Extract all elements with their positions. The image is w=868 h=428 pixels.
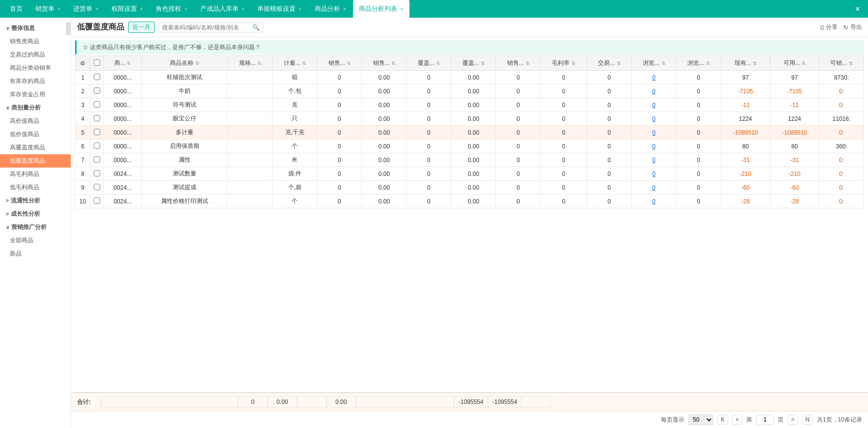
prev-page-btn[interactable]: < (732, 415, 742, 425)
col-unit[interactable]: 计量... ⇅ (272, 56, 317, 71)
col-gross-rate[interactable]: 毛利率 ⇅ (541, 56, 587, 71)
nav-home[interactable]: 首页 (4, 0, 28, 18)
nav-permission-close[interactable]: × (140, 6, 143, 12)
total-info: 共1页，10条记录 (817, 416, 862, 424)
per-page-select[interactable]: 50 100 200 (688, 414, 713, 425)
table-row: 30000...符号测试克00.0000.0000000-11-110: (76, 98, 864, 112)
nav-analysis-list-close[interactable]: × (400, 6, 403, 12)
top-navigation: 首页 销货单 × 进货单 × 权限设置 × 角色授权 × 产成品入库单 × 单据… (0, 0, 868, 18)
share-icon: ⎙ (820, 24, 824, 31)
nav-sales[interactable]: 销货单 × (29, 0, 66, 18)
sidebar-item-high-value[interactable]: 高价值商品 (0, 114, 71, 128)
footer-current: -1095554 (454, 396, 488, 408)
col-sellable[interactable]: 可销... ⇅ (819, 56, 864, 71)
col-sales-qty[interactable]: 销售... ⇅ (317, 56, 362, 71)
nav-purchase[interactable]: 进货单 × (67, 0, 104, 18)
nav-template[interactable]: 单据模板设置 × (251, 0, 307, 18)
sidebar-item-sales-products[interactable]: 销售类商品 (0, 35, 71, 48)
col-code[interactable]: 商... ⇅ (104, 56, 142, 71)
col-checkbox[interactable] (90, 56, 104, 71)
table-row: 90024...测试提成个,袋00.0000.0000000-60-600: (76, 181, 864, 195)
sidebar-item-high-profit[interactable]: 高毛利商品 (0, 168, 71, 181)
footer-sales-amt: 0.00 (268, 396, 297, 408)
sidebar-item-low-value[interactable]: 低价值商品 (0, 128, 71, 141)
footer-label: 合计: (77, 398, 97, 406)
table-row: 80024...测试数量袋,件00.0000.0000000-210-2100: (76, 167, 864, 181)
share-btn[interactable]: ⎙ 分享 (820, 23, 838, 31)
table-row: 20000...牛奶个,包00.0000.0000000-7105-71050: (76, 85, 864, 98)
nav-product-analysis[interactable]: 商品分析 × (309, 0, 352, 18)
data-table: ⚙ 商... ⇅ 商品名称 ⇅ 规格... ⇅ 计量... ⇅ 销售... ⇅ … (75, 56, 864, 208)
col-browse1[interactable]: 浏览... ⇅ (631, 56, 676, 71)
arrow-icon-3: > (6, 198, 9, 203)
sidebar-group-marketing[interactable]: ∨ 营销推广分析 (0, 221, 71, 234)
page-title: 低覆盖度商品 (77, 22, 124, 32)
table-body: 10000...旺辅批次测试箱00.0000.000000097978730:2… (76, 71, 864, 208)
sidebar-item-low-coverage[interactable]: 低覆盖度商品 (0, 154, 71, 168)
sidebar-item-new-products[interactable]: 新品 (0, 247, 71, 260)
page-unit: 页 (778, 416, 784, 424)
nav-purchase-close[interactable]: × (95, 6, 98, 12)
col-name[interactable]: 商品名称 ⇅ (141, 56, 228, 71)
col-sales-amt[interactable]: 销售... ⇅ (362, 56, 407, 71)
arrow-icon-4: > (6, 211, 9, 217)
nav-close-all[interactable]: × (851, 4, 864, 14)
sidebar-group-overall[interactable]: ∨ 整体信息 (0, 22, 71, 35)
content-header: 低覆盖度商品 近一月 🔍 ⎙ 分享 ↻ 导出 (71, 18, 868, 37)
nav-analysis-close[interactable]: × (343, 6, 346, 12)
sidebar-group-circulation[interactable]: > 流通性分析 (0, 194, 71, 207)
col-trade[interactable]: 交易... ⇅ (587, 56, 631, 71)
export-btn[interactable]: ↻ 导出 (843, 23, 862, 31)
sidebar-item-in-stock[interactable]: 有库存的商品 (0, 75, 71, 88)
footer-spacer (356, 396, 454, 408)
search-icon[interactable]: 🔍 (252, 24, 260, 31)
table-row: 40000...眼宝公仔只00.0000.0000000122412241101… (76, 112, 864, 126)
table-row: 60000...启用保质期个00.0000.00000008080360: (76, 140, 864, 153)
footer-cells: 0 0.00 0.00 -1095554 -1095554 (101, 396, 862, 408)
nav-role[interactable]: 角色授权 × (150, 0, 193, 18)
content-area: 低覆盖度商品 近一月 🔍 ⎙ 分享 ↻ 导出 ☆ 这类商品只有很少客户购买过，是… (71, 18, 868, 428)
col-settings[interactable]: ⚙ (76, 56, 90, 71)
search-box[interactable]: 🔍 (159, 23, 263, 32)
search-input[interactable] (162, 24, 250, 31)
nav-analysis-list[interactable]: 商品分析列表 × (353, 0, 409, 18)
footer-sales-qty (101, 396, 238, 408)
export-icon: ↻ (843, 24, 848, 31)
col-avail-stock[interactable]: 可用... ⇅ (770, 56, 819, 71)
pagination-bar: 每页显示 50 100 200 K < 第 页 > N 共1页，10条记录 (71, 411, 868, 428)
nav-product-in[interactable]: 产成品入库单 × (194, 0, 250, 18)
col-cov1[interactable]: 覆盖... ⇅ (407, 56, 451, 71)
footer-sellable (521, 396, 551, 408)
page-label: 第 (746, 416, 752, 424)
sidebar-item-traded-products[interactable]: 交易过的商品 (0, 48, 71, 61)
arrow-icon: ∨ (6, 26, 9, 31)
footer-sales-qty-val: 0 (238, 396, 268, 408)
next-page-btn[interactable]: > (787, 415, 798, 425)
sidebar-item-all-products[interactable]: 全部商品 (0, 234, 71, 247)
col-browse2[interactable]: 浏览... ⇅ (676, 56, 721, 71)
nav-product-in-close[interactable]: × (242, 6, 244, 12)
header-actions: ⎙ 分享 ↻ 导出 (820, 23, 862, 31)
nav-permission[interactable]: 权限设置 × (106, 0, 149, 18)
sidebar-collapse-btn[interactable]: 《 (66, 23, 71, 35)
sidebar-group-growth[interactable]: > 成长性分析 (0, 207, 71, 221)
table-footer: 合计: 0 0.00 0.00 -1095554 -1095554 (71, 392, 868, 411)
select-all-checkbox[interactable] (94, 59, 100, 66)
nav-role-close[interactable]: × (184, 6, 187, 12)
col-spec[interactable]: 规格... ⇅ (228, 56, 272, 71)
sidebar-group-category[interactable]: ∨ 类别量分析 (0, 101, 71, 114)
sidebar-item-capital[interactable]: 库存资金占用 (0, 88, 71, 101)
page-input[interactable] (756, 415, 774, 425)
filter-recent-month-btn[interactable]: 近一月 (128, 22, 155, 33)
sidebar-item-category-rate[interactable]: 商品分类动销率 (0, 61, 71, 75)
sidebar-item-high-coverage[interactable]: 高覆盖度商品 (0, 141, 71, 154)
col-current-stock[interactable]: 现有... ⇅ (721, 56, 770, 71)
first-page-btn[interactable]: K (717, 415, 728, 425)
col-cov2[interactable]: 覆盖... ⇅ (451, 56, 496, 71)
last-page-btn[interactable]: N (802, 415, 813, 425)
footer-cov1 (297, 396, 326, 408)
nav-sales-close[interactable]: × (57, 6, 60, 12)
sidebar-item-low-profit[interactable]: 低毛利商品 (0, 181, 71, 194)
nav-template-close[interactable]: × (298, 6, 301, 12)
col-sales-x[interactable]: 销售... ⇅ (496, 56, 541, 71)
